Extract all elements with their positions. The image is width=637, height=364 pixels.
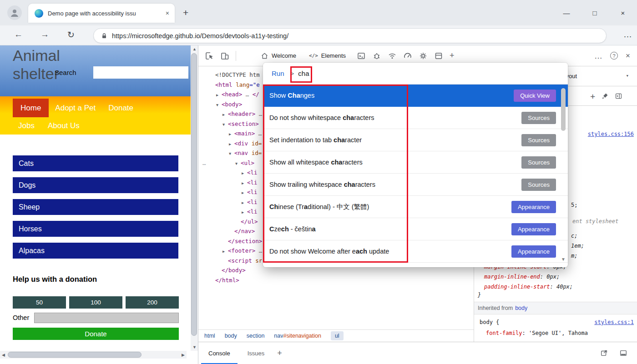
breadcrumb-item-body[interactable]: body — [225, 333, 237, 339]
nav-item-donate[interactable]: Donate — [102, 99, 140, 117]
category-alpacas[interactable]: Alpacas — [13, 243, 178, 259]
nav-item-adopt-a-pet[interactable]: Adopt a Pet — [49, 99, 102, 117]
command-menu-scrollbar[interactable]: ▼ — [561, 85, 566, 263]
expand-arrow-icon[interactable]: ▼ — [235, 159, 241, 169]
command-menu-header[interactable]: Run > cha — [263, 63, 568, 85]
more-tabs-button[interactable]: + — [450, 51, 455, 60]
nav-item-home[interactable]: Home — [13, 99, 49, 117]
new-style-rule-button[interactable]: + — [590, 91, 595, 101]
expand-arrow-icon[interactable]: ▶ — [229, 130, 234, 140]
category-dogs[interactable]: Dogs — [13, 177, 178, 193]
command-item[interactable]: Czech - češtinaAppearance — [263, 218, 568, 240]
forward-button[interactable]: → — [40, 30, 49, 40]
new-tab-button[interactable]: + — [183, 7, 188, 18]
performance-panel-icon[interactable] — [403, 51, 412, 60]
expand-arrow-icon[interactable]: ▶ — [242, 169, 247, 179]
toggle-sidebar-icon[interactable] — [615, 92, 622, 100]
expand-arrow-icon[interactable]: ▶ — [242, 208, 247, 218]
command-scroll-down-icon[interactable]: ▼ — [561, 257, 566, 262]
dock-bottom-icon[interactable] — [619, 349, 627, 357]
page-horizontal-scrollbar[interactable]: ◀ ▶ — [0, 351, 187, 359]
amount-button-50[interactable]: 50 — [13, 296, 66, 309]
profile-avatar[interactable] — [7, 5, 22, 20]
node-menu-dots-icon[interactable]: … — [202, 158, 206, 168]
help-icon[interactable]: ? — [610, 52, 618, 60]
expand-arrow-icon[interactable]: ▶ — [222, 247, 228, 257]
close-devtools-icon[interactable]: × — [626, 51, 630, 60]
drawer-tab-issues[interactable]: Issues — [240, 342, 272, 364]
expand-arrow-icon[interactable]: ▼ — [222, 120, 228, 130]
back-button[interactable]: ← — [14, 30, 23, 40]
command-item[interactable]: Show all whitespace charactersSources — [263, 151, 568, 174]
breadcrumb-item-ul[interactable]: ul — [331, 331, 344, 340]
refresh-button[interactable]: ↻ — [67, 30, 75, 40]
application-panel-icon[interactable] — [434, 51, 443, 60]
command-item[interactable]: Do not show Welcome after each updateApp… — [263, 240, 568, 263]
settings-gear-icon[interactable] — [419, 51, 428, 60]
drawer-more-tabs-button[interactable]: + — [277, 349, 282, 358]
command-badge-sources: Sources — [521, 112, 556, 124]
amount-button-100[interactable]: 100 — [69, 296, 122, 309]
command-item-label: Czech - čeština — [269, 225, 511, 233]
command-item-label: Do not show Welcome after each update — [269, 248, 511, 255]
device-toolbar-icon[interactable] — [220, 51, 229, 60]
bug-panel-icon[interactable] — [372, 51, 381, 60]
drawer-open-icon[interactable] — [600, 349, 608, 357]
drawer-tab-console[interactable]: Console — [201, 342, 238, 364]
maximize-button[interactable]: □ — [581, 0, 609, 25]
page-vertical-scrollbar[interactable]: ▲ ▼ — [191, 45, 198, 351]
expand-arrow-icon[interactable]: ▼ — [216, 100, 222, 110]
command-scroll-thumb[interactable] — [561, 88, 566, 131]
scroll-left-icon[interactable]: ◀ — [2, 353, 5, 357]
breadcrumb-item-section[interactable]: section — [247, 333, 265, 339]
command-item[interactable]: Show ChangesQuick View — [263, 85, 568, 107]
tab-close-icon[interactable]: × — [166, 10, 169, 17]
stylesheet-link-156[interactable]: styles.css:156 — [588, 131, 634, 137]
command-item[interactable]: Do not show whitespace charactersSources — [263, 107, 568, 129]
expand-arrow-icon[interactable]: ▶ — [229, 140, 234, 150]
scroll-up-icon[interactable]: ▲ — [192, 47, 197, 51]
devtools-menu-icon[interactable]: … — [594, 54, 602, 58]
close-window-button[interactable]: × — [609, 0, 637, 25]
other-amount-input[interactable] — [34, 313, 179, 323]
network-panel-icon[interactable] — [388, 51, 397, 60]
command-badge-appearance: Appearance — [511, 223, 556, 235]
address-bar[interactable]: https://microsoftedge.github.io/Demos/de… — [93, 28, 607, 43]
inspect-element-icon[interactable] — [205, 51, 214, 60]
command-item[interactable]: Set indentation to tab characterSources — [263, 129, 568, 151]
nav-item-about-us[interactable]: About Us — [48, 120, 80, 132]
expand-arrow-icon[interactable]: ▶ — [242, 198, 247, 208]
inherited-node-link[interactable]: body — [515, 305, 527, 311]
expand-arrow-icon[interactable]: ▶ — [222, 110, 228, 120]
expand-arrow-icon[interactable]: ▶ — [242, 188, 247, 198]
expand-arrow-icon[interactable]: ▶ — [216, 90, 222, 100]
command-item[interactable]: Chinese (Traditional) - 中文 (繁體)Appearanc… — [263, 196, 568, 218]
search-label: Search — [55, 69, 76, 76]
browser-tab[interactable]: Demo page with accessibility issu × — [28, 4, 175, 23]
console-panel-icon[interactable] — [357, 51, 366, 60]
command-query-text[interactable]: cha — [298, 70, 309, 77]
category-sheep[interactable]: Sheep — [13, 199, 178, 215]
dom-tree-node[interactable]: </html> — [198, 275, 474, 285]
vertical-scroll-thumb[interactable] — [191, 53, 197, 336]
donate-button[interactable]: Donate — [13, 328, 179, 340]
scroll-right-icon[interactable]: ▶ — [182, 353, 185, 357]
minimize-button[interactable]: — — [552, 0, 581, 25]
stylesheet-link-1[interactable]: styles.css:1 — [594, 319, 634, 325]
category-cats[interactable]: Cats — [13, 155, 178, 171]
chevron-down-icon[interactable]: ▾ — [626, 73, 629, 79]
command-badge-sources: Sources — [521, 179, 556, 191]
command-item[interactable]: Show trailing whitespace charactersSourc… — [263, 174, 568, 196]
brush-icon[interactable] — [601, 92, 609, 100]
expand-arrow-icon[interactable]: ▼ — [229, 149, 234, 159]
amount-button-200[interactable]: 200 — [126, 296, 179, 309]
category-horses[interactable]: Horses — [13, 221, 178, 237]
nav-item-jobs[interactable]: Jobs — [18, 120, 35, 132]
breadcrumb-item-html[interactable]: html — [204, 333, 215, 339]
browser-menu-icon[interactable]: … — [623, 30, 632, 40]
horizontal-scroll-thumb[interactable] — [8, 352, 142, 358]
expand-arrow-icon[interactable]: ▶ — [242, 179, 247, 189]
search-input[interactable] — [93, 66, 188, 79]
scroll-down-icon[interactable]: ▼ — [192, 345, 197, 349]
breadcrumb-item-nav[interactable]: nav#sitenavigation — [274, 333, 321, 339]
